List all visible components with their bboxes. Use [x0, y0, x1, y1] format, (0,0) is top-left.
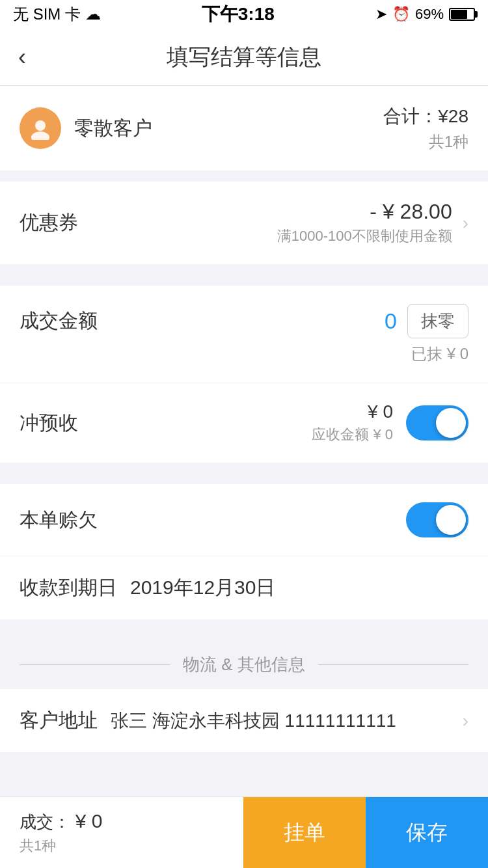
- address-left: 客户地址 张三 海淀永丰科技园 11111111111: [20, 707, 396, 734]
- coupon-desc: 满1000-100不限制使用金额: [277, 226, 452, 246]
- battery-percent: 69%: [415, 6, 444, 23]
- content: 零散客户 合计：¥28 共1种 优惠券 - ¥ 28.00 满1000-100不…: [0, 86, 488, 841]
- credit-toggle-knob: [436, 505, 466, 535]
- avatar: [20, 107, 61, 149]
- coupon-discount: - ¥ 28.00: [277, 200, 452, 224]
- status-left: 无 SIM 卡 ☁: [13, 4, 101, 25]
- customer-right: 合计：¥28 共1种: [383, 104, 468, 152]
- coupon-section: 优惠券 - ¥ 28.00 满1000-100不限制使用金额 ›: [0, 182, 488, 265]
- bottom-deal-amount: ¥ 0: [75, 810, 103, 832]
- hold-button[interactable]: 挂单: [243, 797, 366, 869]
- deal-amount-input-wrap: 抹零: [120, 304, 468, 338]
- status-bar: 无 SIM 卡 ☁ 下午3:18 ➤ ⏰ 69%: [0, 0, 488, 29]
- logistics-line-right: [318, 664, 468, 665]
- battery-icon: [449, 8, 475, 21]
- deal-prepay-section: 成交金额 抹零 已抹 ¥ 0 冲预收 ¥ 0 应收金额 ¥ 0: [0, 286, 488, 463]
- logistics-line-left: [20, 664, 170, 665]
- address-row[interactable]: 客户地址 张三 海淀永丰科技园 11111111111 ›: [0, 689, 488, 752]
- address-label: 客户地址: [20, 707, 98, 734]
- prepay-right: ¥ 0 应收金额 ¥ 0: [312, 401, 468, 444]
- back-button[interactable]: ‹: [18, 44, 26, 71]
- deal-amount-top: 成交金额 抹零: [20, 304, 468, 338]
- prepay-amount: ¥ 0: [312, 401, 393, 422]
- deal-amount-row: 成交金额 抹零 已抹 ¥ 0: [0, 286, 488, 383]
- sim-status: 无 SIM 卡 ☁: [13, 4, 101, 25]
- svg-point-1: [31, 131, 49, 140]
- credit-toggle[interactable]: [406, 502, 468, 537]
- total-count: 共1种: [383, 131, 468, 152]
- coupon-chevron-icon: ›: [463, 213, 468, 234]
- credit-section: 本单赊欠 收款到期日 2019年12月30日: [0, 484, 488, 619]
- credit-label: 本单赊欠: [20, 507, 98, 534]
- coupon-label: 优惠券: [20, 210, 78, 236]
- due-date-row[interactable]: 收款到期日 2019年12月30日: [0, 556, 488, 619]
- customer-section: 零散客户 合计：¥28 共1种: [0, 86, 488, 171]
- coupon-right: - ¥ 28.00 满1000-100不限制使用金额 ›: [277, 200, 468, 246]
- address-section: 客户地址 张三 海淀永丰科技园 11111111111 ›: [0, 689, 488, 752]
- section-divider-3: [0, 630, 488, 640]
- credit-row: 本单赊欠: [0, 484, 488, 556]
- coupon-row[interactable]: 优惠券 - ¥ 28.00 满1000-100不限制使用金额 ›: [0, 182, 488, 265]
- due-date-label: 收款到期日: [20, 575, 117, 601]
- customer-left: 零散客户: [20, 107, 152, 149]
- logistics-divider: 物流 & 其他信息: [0, 640, 488, 689]
- bottom-deal-label: 成交：: [20, 812, 70, 832]
- coupon-value-wrap: - ¥ 28.00 满1000-100不限制使用金额: [277, 200, 452, 246]
- customer-row[interactable]: 零散客户 合计：¥28 共1种: [0, 86, 488, 171]
- save-button[interactable]: 保存: [366, 797, 488, 869]
- due-date-value: 2019年12月30日: [130, 575, 275, 601]
- total-amount: 合计：¥28: [383, 104, 468, 129]
- logistics-label: 物流 & 其他信息: [170, 653, 318, 676]
- bottom-info: 成交： ¥ 0 共1种: [0, 810, 243, 856]
- deal-amount-label: 成交金额: [20, 308, 98, 334]
- bottom-deal-line: 成交： ¥ 0: [20, 810, 224, 834]
- status-right: ➤ ⏰ 69%: [375, 6, 475, 23]
- nav-bar: ‹ 填写结算等信息: [0, 29, 488, 86]
- bottom-count: 共1种: [20, 836, 224, 856]
- prepay-due: 应收金额 ¥ 0: [312, 425, 393, 444]
- bottom-bar: 成交： ¥ 0 共1种 挂单 保存: [0, 796, 488, 868]
- address-chevron-icon: ›: [463, 711, 468, 731]
- toggle-knob: [436, 408, 466, 438]
- deal-amount-input[interactable]: [120, 308, 397, 334]
- customer-name: 零散客户: [74, 115, 152, 142]
- location-icon: ➤: [375, 6, 387, 23]
- prepay-toggle[interactable]: [406, 405, 468, 441]
- nav-title: 填写结算等信息: [167, 42, 321, 72]
- status-time: 下午3:18: [202, 2, 275, 27]
- prepay-label: 冲预收: [20, 410, 78, 437]
- address-value: 张三 海淀永丰科技园 11111111111: [111, 709, 396, 733]
- section-divider-2: [0, 474, 488, 484]
- round-zero-button[interactable]: 抹零: [407, 304, 468, 338]
- deal-amount-sub: 已抹 ¥ 0: [20, 344, 468, 364]
- prepay-row: 冲预收 ¥ 0 应收金额 ¥ 0: [0, 383, 488, 463]
- alarm-icon: ⏰: [392, 6, 410, 23]
- section-divider-1: [0, 275, 488, 286]
- prepay-amounts: ¥ 0 应收金额 ¥ 0: [312, 401, 393, 444]
- svg-point-0: [35, 120, 46, 131]
